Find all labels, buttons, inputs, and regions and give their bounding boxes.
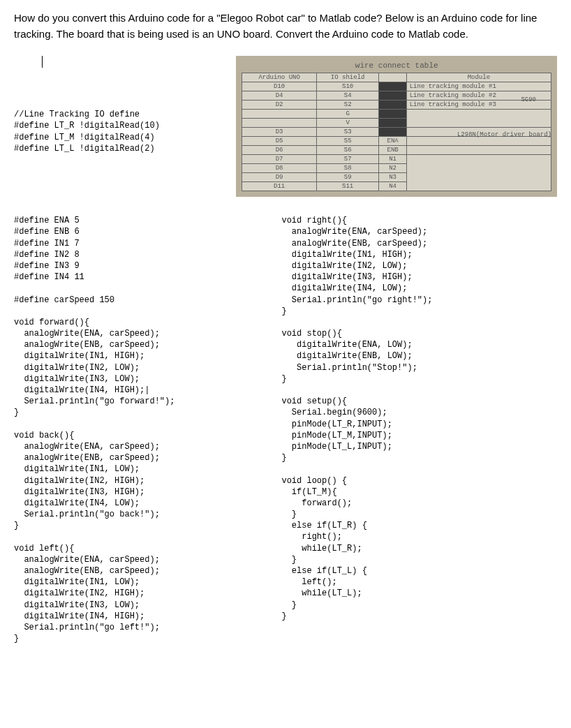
- code-right-column: void right(){ analogWrite(ENA, carSpeed)…: [281, 204, 557, 633]
- wire-connect-table-image: wire connect table Arduino UNO IO shield…: [236, 56, 557, 197]
- driver-board-label: L298N(Motor driver board): [457, 131, 551, 138]
- code-left-column: #define ENA 5 #define ENB 6 #define IN1 …: [14, 204, 274, 656]
- sg90-label: SG90: [521, 96, 536, 103]
- table-row: D7S7N1: [242, 155, 551, 164]
- table-row: D4S4Line tracking module #2: [242, 91, 551, 101]
- text-cursor: [42, 56, 46, 68]
- question-text: How do you convert this Arduino code for…: [14, 10, 557, 42]
- table-row: Arduino UNO IO shield Module: [242, 73, 551, 82]
- table-row: G: [242, 110, 551, 119]
- code-defines-lt: //Line Tracking IO define #define LT_R !…: [14, 98, 225, 165]
- table-row: D10S10Line tracking module #1: [242, 82, 551, 91]
- wire-table-title: wire connect table: [242, 61, 551, 70]
- table-row: D2S2Line tracking module #3: [242, 101, 551, 110]
- table-row: D6S6ENB: [242, 146, 551, 155]
